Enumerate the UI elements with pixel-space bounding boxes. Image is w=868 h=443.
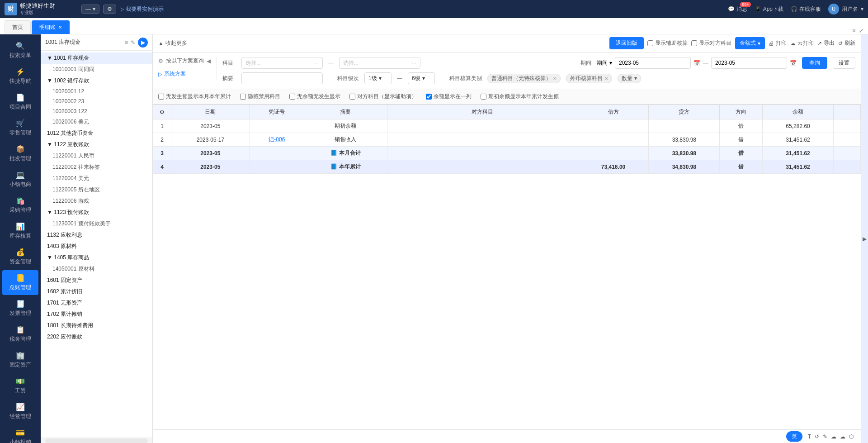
expand-btn[interactable]: ▲ 收起更多 — [158, 39, 187, 47]
tree-hscrollbar[interactable] — [45, 438, 148, 443]
level-end-select[interactable]: 6级 ▾ — [408, 72, 435, 84]
tag-forex[interactable]: 外币核算科目 ✕ — [566, 74, 612, 83]
cloud-print-btn[interactable]: ☁ 云打印 — [790, 39, 814, 47]
show-opposite-check[interactable]: 显示对方科目 — [691, 39, 731, 47]
tree-nav-btn[interactable]: ▶ — [138, 38, 148, 48]
check-opening[interactable]: 期初余额显示本年累计发生额 — [481, 93, 559, 100]
messages-btn[interactable]: 💬 消息 99+ — [728, 5, 747, 13]
user-area[interactable]: U 用户名 ▾ — [828, 4, 863, 14]
tree-item-11220005[interactable]: 11220005 所在地区 — [41, 184, 152, 195]
tree-item-1702[interactable]: 1702 累计摊销 — [41, 309, 152, 320]
summary-input[interactable] — [241, 72, 323, 84]
col-settings[interactable]: ⚙ — [153, 105, 171, 119]
return-old-btn[interactable]: 退回旧版 — [609, 37, 644, 49]
right-collapse-btn[interactable]: ▶ — [861, 34, 868, 443]
cloud-icon2[interactable]: ☁ — [840, 433, 845, 440]
sidebar-item-invoice[interactable]: 🧾 发票管理 — [2, 296, 38, 321]
check-no-balance-box[interactable] — [289, 94, 295, 100]
refresh-status-icon[interactable]: ↺ — [815, 433, 819, 440]
show-opposite-checkbox[interactable] — [691, 40, 697, 46]
app-download-btn[interactable]: 📱 App下载 — [755, 5, 783, 13]
tree-item-11220004[interactable]: 11220004 美元 — [41, 173, 152, 184]
settings-btn[interactable]: ⚙ — [103, 5, 116, 14]
tree-list-icon[interactable]: ≡ — [125, 39, 128, 46]
show-aux-check[interactable]: 显示辅助核算 — [647, 39, 688, 47]
sidebar-item-retail[interactable]: 🛒 零售管理 — [2, 115, 38, 140]
tree-item-10020003[interactable]: 10020003 122 — [41, 106, 152, 116]
lang-btn[interactable]: 英 — [786, 431, 802, 442]
tree-item-2202[interactable]: 2202 应付账款 — [41, 331, 152, 343]
tab-home[interactable]: 首页 — [5, 20, 31, 34]
tree-edit-icon[interactable]: ✎ — [131, 39, 135, 46]
tag-normal-close[interactable]: ✕ — [553, 76, 557, 81]
sidebar-item-ecommerce[interactable]: 💻 小畅电商 — [2, 167, 38, 192]
sidebar-item-purchase[interactable]: 🛍️ 采购管理 — [2, 193, 38, 218]
refresh-btn[interactable]: ↺ 刷新 — [838, 39, 855, 47]
tree-item-1132[interactable]: 1132 应收利息 — [41, 229, 152, 241]
tree-item-1601[interactable]: 1601 固定资产 — [41, 275, 152, 286]
amount-format-btn[interactable]: 金额式 ▾ — [735, 37, 765, 49]
edit-icon[interactable]: ✎ — [823, 433, 827, 440]
tab-close-icon[interactable]: ✕ — [58, 25, 62, 30]
tag-normal[interactable]: 普通科目（无特殊核算） ✕ — [487, 74, 561, 83]
check-opening-box[interactable] — [481, 94, 486, 100]
tree-item-10020002[interactable]: 10020002 23 — [41, 96, 152, 106]
level-start-select[interactable]: 1级 ▾ — [364, 72, 392, 84]
tab-ledger[interactable]: 明细账 ✕ — [32, 20, 70, 34]
scheme-item[interactable]: ▷ 系统方案 — [158, 68, 211, 80]
tree-item-1405[interactable]: ▼ 1405 库存商品 — [41, 252, 152, 263]
period-cal-icon2[interactable]: 📅 — [790, 60, 797, 66]
cell-voucher-2[interactable]: 记-006 — [250, 133, 304, 147]
sidebar-item-wholesale[interactable]: 📦 批发管理 — [2, 141, 38, 166]
settings-filter-btn[interactable]: 设置 — [833, 57, 855, 69]
check-no-amount[interactable]: 无发生额显示本月本年累计 — [158, 93, 231, 100]
tree-item-10020001[interactable]: 10020001 12 — [41, 86, 152, 96]
sidebar-item-salary[interactable]: 💵 工资 — [2, 373, 38, 398]
tree-item-11220006[interactable]: 11220006 游戏 — [41, 195, 152, 207]
check-balance-col[interactable]: 余额显示在一列 — [426, 93, 472, 100]
tree-item-1012[interactable]: 1012 其他货币资金 — [41, 128, 152, 139]
close-icon[interactable]: ✕ — [852, 28, 856, 34]
sidebar-item-operation[interactable]: 📈 经营管理 — [2, 399, 38, 424]
check-no-amount-box[interactable] — [158, 94, 164, 100]
restore-icon[interactable]: ⤢ — [859, 28, 863, 34]
sidebar-item-ledger[interactable]: 📒 总账管理 — [2, 270, 38, 295]
print-btn[interactable]: 🖨 打印 — [769, 39, 787, 47]
show-aux-checkbox[interactable] — [647, 40, 653, 46]
sidebar-item-contract[interactable]: 📄 项目合同 — [2, 90, 38, 114]
demo-link[interactable]: ▷ 我要看实例演示 — [120, 5, 164, 13]
sidebar-item-search[interactable]: 🔍 搜索菜单 — [2, 38, 38, 63]
title-dropdown[interactable]: — ▾ — [81, 5, 99, 14]
period-start-input[interactable] — [615, 57, 691, 69]
tree-item-1602[interactable]: 1602 累计折旧 — [41, 286, 152, 297]
tree-item-11220002[interactable]: 11220002 往来标签 — [41, 162, 152, 173]
tree-item-11220001[interactable]: 11220001 人民币 — [41, 150, 152, 162]
subject-input[interactable]: 选择... ··· — [241, 57, 323, 69]
sidebar-item-assets[interactable]: 🏢 固定资产 — [2, 348, 38, 372]
tree-item-1001[interactable]: ▼ 1001 库存现金 — [41, 52, 152, 64]
query-btn[interactable]: 查询 — [802, 57, 827, 69]
hex-icon[interactable]: ⬡ — [849, 433, 854, 440]
period-end-input[interactable] — [711, 57, 787, 69]
check-opposite[interactable]: 对方科目（显示辅助项） — [349, 93, 417, 100]
tree-item-1123[interactable]: ▼ 1123 预付账款 — [41, 207, 152, 218]
check-no-balance[interactable]: 无余额无发生显示 — [289, 93, 340, 100]
check-balance-col-box[interactable] — [426, 94, 432, 100]
subject-input2[interactable]: 选择... ··· — [339, 57, 420, 69]
check-hide-disabled[interactable]: 隐藏禁用科目 — [240, 93, 280, 100]
tree-item-10020006[interactable]: 10020006 美元 — [41, 116, 152, 128]
tag-forex-close[interactable]: ✕ — [604, 76, 608, 81]
check-hide-disabled-box[interactable] — [240, 94, 246, 100]
sidebar-item-inventory[interactable]: 📊 库存核算 — [2, 219, 38, 243]
period-cal-icon[interactable]: 📅 — [693, 60, 700, 66]
sidebar-item-finance[interactable]: 💰 资金管理 — [2, 244, 38, 269]
tree-item-1122[interactable]: ▼ 1122 应收账款 — [41, 139, 152, 150]
check-opposite-box[interactable] — [349, 94, 355, 100]
cloud-icon1[interactable]: ☁ — [831, 433, 836, 440]
tree-item-1701[interactable]: 1701 无形资产 — [41, 297, 152, 309]
tree-item-10010001[interactable]: 10010001 同同同 — [41, 64, 152, 75]
tree-item-14050001[interactable]: 14050001 原材料 — [41, 263, 152, 275]
online-service-btn[interactable]: 🎧 在线客服 — [791, 5, 821, 13]
tree-item-1403[interactable]: 1403 原材料 — [41, 241, 152, 252]
sidebar-item-tax[interactable]: 📋 税务管理 — [2, 322, 38, 347]
